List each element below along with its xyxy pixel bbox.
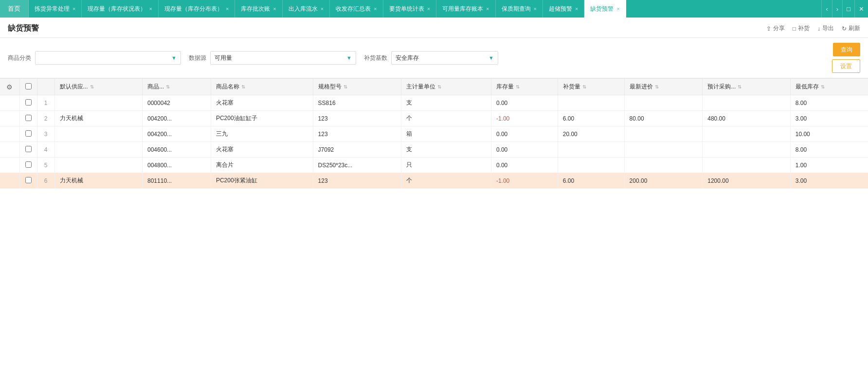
share-button[interactable]: ⇪ 分享 xyxy=(766,24,785,33)
sort-replenish-icon[interactable]: ⇅ xyxy=(582,84,586,89)
td-latest-price-2 xyxy=(624,126,703,142)
td-spec-4: DS250*23c... xyxy=(313,158,401,173)
sort-est-purchase-icon[interactable]: ⇅ xyxy=(738,84,741,89)
refresh-button[interactable]: ↻ 刷新 xyxy=(842,24,860,33)
tab-close-shortage[interactable]: × xyxy=(616,6,619,12)
td-latest-price-4 xyxy=(624,158,703,173)
tab-next-button[interactable]: › xyxy=(832,0,842,18)
td-settings-4 xyxy=(0,158,19,173)
sort-unit-icon[interactable]: ⇅ xyxy=(437,84,441,89)
tab-inventory-status[interactable]: 现存量（库存状况表） × xyxy=(82,0,158,18)
sort-product-code-icon[interactable]: ⇅ xyxy=(166,84,170,89)
tab-inout-flow[interactable]: 出入库流水 × xyxy=(283,0,330,18)
sort-min-stock-icon[interactable]: ⇅ xyxy=(821,84,825,89)
row-checkbox-5[interactable] xyxy=(25,177,32,183)
settings-button[interactable]: 设置 xyxy=(832,59,860,73)
td-est-purchase-0 xyxy=(703,95,791,111)
td-unit-0: 支 xyxy=(401,95,491,111)
tab-close-overstock[interactable]: × xyxy=(575,6,578,12)
table-settings-icon[interactable]: ⚙ xyxy=(6,83,13,91)
tab-inventory-dist[interactable]: 现存量（库存分布表） × xyxy=(159,0,235,18)
page-header: 缺货预警 ⇪ 分享 □ 补货 ↓ 导出 ↻ 刷新 xyxy=(0,18,868,38)
tab-close-all-button[interactable]: ✕ xyxy=(854,0,868,18)
tab-close-inventory-dist[interactable]: × xyxy=(226,6,229,12)
row-checkbox-0[interactable] xyxy=(25,99,32,106)
th-product-name: 商品名称 ⇅ xyxy=(211,79,313,95)
replenish-base-select[interactable]: 安全库存 ▼ xyxy=(391,51,498,65)
row-checkbox-2[interactable] xyxy=(25,130,32,137)
tab-recv-summary[interactable]: 收发存汇总表 × xyxy=(330,0,383,18)
replenish-base-value: 安全库存 xyxy=(396,54,425,62)
replenish-icon: □ xyxy=(793,25,796,32)
td-checkbox-5 xyxy=(19,173,37,189)
row-checkbox-4[interactable] xyxy=(25,161,32,168)
td-replenish-4 xyxy=(558,158,624,173)
td-est-purchase-5: 1200.00 xyxy=(703,173,791,189)
td-product-code-5: 801110... xyxy=(143,173,211,189)
tab-restore-button[interactable]: □ xyxy=(842,0,854,18)
tab-close-recv-summary[interactable]: × xyxy=(374,6,377,12)
th-checkbox xyxy=(19,79,37,95)
td-stock-0: 0.00 xyxy=(491,95,558,111)
tab-close-inout-flow[interactable]: × xyxy=(321,6,324,12)
table-row: 4 004600... 火花塞 J7092 支 0.00 8.00 xyxy=(0,142,868,158)
td-settings-5 xyxy=(0,173,19,189)
tab-close-batch-account[interactable]: × xyxy=(273,6,276,12)
sort-spec-icon[interactable]: ⇅ xyxy=(344,84,347,89)
tab-available-ledger[interactable]: 可用量库存账本 × xyxy=(436,0,495,18)
td-settings-1 xyxy=(0,111,19,126)
tab-demand-stats[interactable]: 要货单统计表 × xyxy=(383,0,436,18)
tab-close-available-ledger[interactable]: × xyxy=(486,6,489,12)
tab-close-abnormal[interactable]: × xyxy=(72,6,75,12)
td-product-code-0: 0000042 xyxy=(143,95,211,111)
tab-home[interactable]: 首页 xyxy=(0,0,29,18)
tab-close-demand-stats[interactable]: × xyxy=(427,6,430,12)
td-product-name-4: 离合片 xyxy=(211,158,313,173)
td-supplier-4 xyxy=(54,158,143,173)
th-spec: 规格型号 ⇅ xyxy=(313,79,401,95)
replenish-button[interactable]: □ 补货 xyxy=(793,24,810,33)
td-stock-2: 0.00 xyxy=(491,126,558,142)
sort-product-name-icon[interactable]: ⇅ xyxy=(241,84,245,89)
category-dropdown-icon: ▼ xyxy=(171,55,177,61)
sort-supplier-icon[interactable]: ⇅ xyxy=(90,84,94,89)
tab-batch-account[interactable]: 库存批次账 × xyxy=(235,0,282,18)
th-replenish: 补货量 ⇅ xyxy=(558,79,624,95)
export-button[interactable]: ↓ 导出 xyxy=(817,24,834,33)
td-settings-2 xyxy=(0,126,19,142)
th-min-stock: 最低库存 ⇅ xyxy=(790,79,868,95)
td-product-code-2: 004200... xyxy=(143,126,211,142)
sort-stock-icon[interactable]: ⇅ xyxy=(516,84,520,89)
refresh-icon: ↻ xyxy=(842,25,847,32)
tab-prev-button[interactable]: ‹ xyxy=(821,0,832,18)
tab-close-inventory-status[interactable]: × xyxy=(149,6,152,12)
td-supplier-0 xyxy=(54,95,143,111)
page-title: 缺货预警 xyxy=(8,23,766,34)
th-product-code: 商品... ⇅ xyxy=(143,79,211,95)
tab-overstock[interactable]: 超储预警 × xyxy=(543,0,584,18)
td-index-1: 2 xyxy=(37,111,54,126)
tab-shortage[interactable]: 缺货预警 × xyxy=(584,0,626,18)
td-checkbox-0 xyxy=(19,95,37,111)
td-product-code-4: 004800... xyxy=(143,158,211,173)
select-all-checkbox[interactable] xyxy=(25,83,32,89)
td-spec-2: 123 xyxy=(313,126,401,142)
sort-latest-price-icon[interactable]: ⇅ xyxy=(655,84,659,89)
td-supplier-3 xyxy=(54,142,143,158)
td-min-stock-1: 3.00 xyxy=(790,111,868,126)
tab-nav-controls: ‹ › □ ✕ xyxy=(821,0,868,18)
filter-main-row: 商品分类 ▼ 数据源 可用量 ▼ 补货基数 安全库存 ▼ xyxy=(0,38,868,78)
query-button[interactable]: 查询 xyxy=(833,43,860,56)
td-index-2: 3 xyxy=(37,126,54,142)
tab-abnormal[interactable]: 拣货异常处理 × xyxy=(29,0,82,18)
tab-close-expiry-query[interactable]: × xyxy=(534,6,537,12)
category-select[interactable]: ▼ xyxy=(35,51,181,65)
row-checkbox-1[interactable] xyxy=(25,115,32,121)
datasource-select[interactable]: 可用量 ▼ xyxy=(210,51,356,65)
td-est-purchase-1: 480.00 xyxy=(703,111,791,126)
tab-expiry-query[interactable]: 保质期查询 × xyxy=(496,0,543,18)
td-product-name-0: 火花塞 xyxy=(211,95,313,111)
row-checkbox-3[interactable] xyxy=(25,146,32,152)
th-supplier: 默认供应... ⇅ xyxy=(54,79,143,95)
td-unit-4: 只 xyxy=(401,158,491,173)
